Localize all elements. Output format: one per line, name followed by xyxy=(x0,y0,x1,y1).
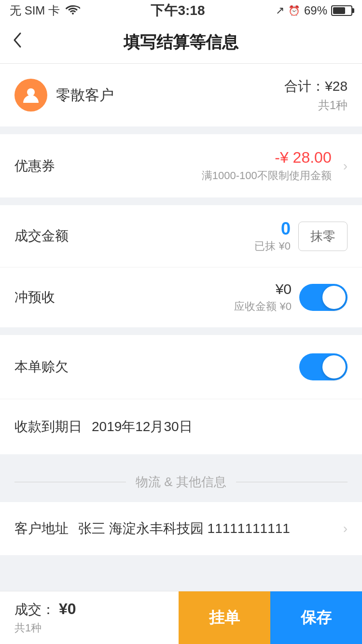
battery-icon xyxy=(331,5,352,16)
debt-section: 本单赊欠 收款到期日 2019年12月30日 xyxy=(0,335,362,454)
bottom-summary: 成交： ¥0 共1种 xyxy=(0,600,179,635)
deal-amount-value: 0 xyxy=(254,219,291,239)
bottom-deal-row: 成交： ¥0 xyxy=(14,600,164,619)
time-label: 下午3:18 xyxy=(151,1,205,20)
customer-right: 合计：¥28 共1种 xyxy=(284,77,348,113)
address-section: 客户地址 张三 海淀永丰科技园 11111111111 › xyxy=(0,502,362,555)
debt-row: 本单赊欠 xyxy=(0,335,362,399)
status-left: 无 SIM 卡 xyxy=(10,3,80,18)
round-button[interactable]: 抹零 xyxy=(298,222,348,251)
deal-amount-right: 0 已抹 ¥0 抹零 xyxy=(254,219,348,253)
debt-toggle-knob xyxy=(322,355,346,378)
coupon-section: 优惠券 -¥ 28.00 满1000-100不限制使用金额 › xyxy=(0,134,362,197)
address-chevron-icon: › xyxy=(343,521,348,536)
hold-button[interactable]: 挂单 xyxy=(179,591,270,644)
coupon-row[interactable]: 优惠券 -¥ 28.00 满1000-100不限制使用金额 › xyxy=(0,134,362,197)
total-count: 共1种 xyxy=(284,98,348,113)
customer-row: 零散客户 合计：¥28 共1种 xyxy=(0,64,362,126)
toggle-knob xyxy=(322,286,346,309)
nav-bar: 填写结算等信息 xyxy=(0,21,362,64)
due-date-value[interactable]: 2019年12月30日 xyxy=(92,418,193,436)
debt-label: 本单赊欠 xyxy=(14,358,69,376)
carrier-label: 无 SIM 卡 xyxy=(10,3,60,18)
pre-collect-toggle[interactable] xyxy=(299,284,348,311)
coupon-label: 优惠券 xyxy=(14,157,55,175)
customer-left: 零散客户 xyxy=(14,79,114,112)
coupon-discount: -¥ 28.00 xyxy=(202,149,332,167)
bottom-deal-label: 成交： xyxy=(14,601,55,619)
address-label: 客户地址 xyxy=(14,519,69,538)
deal-amount-sub: 已抹 ¥0 xyxy=(254,239,291,253)
location-icon: ↗ xyxy=(276,4,284,17)
customer-section: 零散客户 合计：¥28 共1种 xyxy=(0,64,362,126)
deal-amount-label: 成交金额 xyxy=(14,227,69,245)
pre-collect-amount: ¥0 xyxy=(234,281,292,297)
total-amount: 合计：¥28 xyxy=(284,77,348,96)
status-right: ↗ ⏰ 69% xyxy=(276,4,352,17)
logistics-divider: 物流 & 其他信息 xyxy=(0,462,362,502)
bottom-bar: 成交： ¥0 共1种 挂单 保存 xyxy=(0,591,362,644)
customer-name: 零散客户 xyxy=(56,85,114,105)
deal-amount-row: 成交金额 0 已抹 ¥0 抹零 xyxy=(0,205,362,267)
page-title: 填写结算等信息 xyxy=(124,31,238,54)
address-row[interactable]: 客户地址 张三 海淀永丰科技园 11111111111 › xyxy=(0,502,362,555)
pre-collect-right: ¥0 应收金额 ¥0 xyxy=(234,281,348,314)
wifi-icon xyxy=(66,4,80,17)
back-button[interactable] xyxy=(12,31,23,53)
avatar xyxy=(14,79,47,112)
deal-amount-section: 成交金额 0 已抹 ¥0 抹零 冲预收 ¥0 应收金额 ¥0 xyxy=(0,205,362,327)
address-value: 张三 海淀永丰科技园 11111111111 xyxy=(78,519,339,538)
pre-collect-sub: 应收金额 ¥0 xyxy=(234,299,292,314)
bottom-count: 共1种 xyxy=(14,621,164,635)
chevron-right-icon: › xyxy=(343,158,348,174)
divider-line-left xyxy=(14,482,126,482)
pre-collect-label: 冲预收 xyxy=(14,288,55,307)
coupon-description: 满1000-100不限制使用金额 xyxy=(202,168,332,183)
coupon-right: -¥ 28.00 满1000-100不限制使用金额 › xyxy=(202,149,348,183)
due-date-label: 收款到期日 xyxy=(14,418,82,436)
divider-line-right xyxy=(236,482,348,482)
pre-collect-row: 冲预收 ¥0 应收金额 ¥0 xyxy=(0,267,362,327)
due-date-row: 收款到期日 2019年12月30日 xyxy=(0,399,362,454)
status-bar: 无 SIM 卡 下午3:18 ↗ ⏰ 69% xyxy=(0,0,362,21)
bottom-deal-amount: ¥0 xyxy=(59,600,76,618)
user-icon xyxy=(21,85,41,105)
alarm-icon: ⏰ xyxy=(288,5,300,16)
svg-point-0 xyxy=(27,88,35,96)
save-button[interactable]: 保存 xyxy=(270,591,362,644)
content: 零散客户 合计：¥28 共1种 优惠券 -¥ 28.00 满1000-100不限… xyxy=(0,64,362,621)
battery-label: 69% xyxy=(304,4,327,17)
debt-toggle[interactable] xyxy=(299,353,348,380)
logistics-label: 物流 & 其他信息 xyxy=(136,474,226,490)
